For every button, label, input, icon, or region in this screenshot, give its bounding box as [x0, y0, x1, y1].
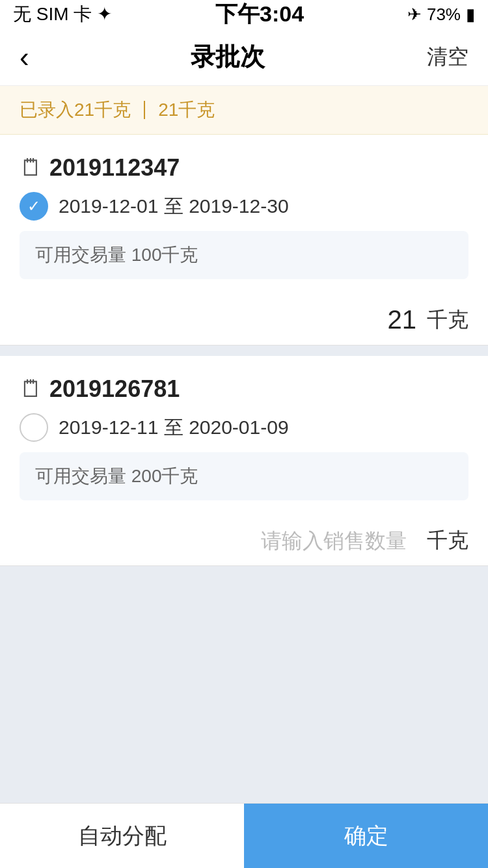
- qty-value-1: 21: [388, 305, 417, 334]
- info-divider: [144, 101, 145, 119]
- status-bar: 无 SIM 卡 ✦ 下午3:04 ✈ 73% ▮: [0, 0, 488, 29]
- batch-date-row-2: 2019-12-11 至 2020-01-09: [20, 413, 468, 442]
- batch-header-2: 🗒 2019126781: [20, 375, 468, 403]
- battery-text: 73%: [427, 5, 461, 25]
- batch-radio-1[interactable]: ✓: [20, 192, 48, 221]
- batch-card-1: 🗒 2019112347 ✓ 2019-12-01 至 2019-12-30 可…: [0, 135, 488, 346]
- batch-item-1: 🗒 2019112347 ✓ 2019-12-01 至 2019-12-30 可…: [0, 135, 488, 279]
- qty-input-2[interactable]: [221, 529, 416, 553]
- qty-row-1: 21 千克: [0, 295, 488, 346]
- status-bar-right: ✈ 73% ▮: [407, 5, 475, 25]
- confirm-button[interactable]: 确定: [244, 804, 488, 868]
- sim-signal-text: 无 SIM 卡 ✦: [13, 2, 112, 27]
- input-row-2[interactable]: 千克: [0, 516, 488, 566]
- batch-radio-2[interactable]: [20, 413, 48, 442]
- batch-doc-icon-1: 🗒: [20, 154, 43, 182]
- status-bar-left: 无 SIM 卡 ✦: [13, 2, 112, 27]
- qty-unit-1: 千克: [427, 306, 468, 334]
- batch-header-1: 🗒 2019112347: [20, 154, 468, 182]
- clear-button[interactable]: 清空: [427, 43, 468, 72]
- content-area: 🗒 2019112347 ✓ 2019-12-01 至 2019-12-30 可…: [0, 135, 488, 868]
- batch-id-1: 2019112347: [49, 154, 180, 182]
- auto-distribute-button[interactable]: 自动分配: [0, 804, 244, 868]
- status-bar-time: 下午3:04: [215, 0, 304, 29]
- recorded-amount-label: 已录入21千克: [20, 98, 131, 122]
- footer: 自动分配 确定: [0, 803, 488, 868]
- check-icon-1: ✓: [27, 198, 40, 214]
- card-separator-1: [0, 346, 488, 356]
- battery-icon: ▮: [466, 5, 475, 25]
- batch-date-row-1: ✓ 2019-12-01 至 2019-12-30: [20, 192, 468, 221]
- nav-bar: ‹ 录批次 清空: [0, 29, 488, 86]
- recorded-amount-value: 21千克: [158, 98, 215, 122]
- available-qty-box-1: 可用交易量 100千克: [20, 231, 468, 279]
- batch-id-2: 2019126781: [49, 375, 180, 403]
- batch-doc-icon-2: 🗒: [20, 375, 43, 403]
- back-button[interactable]: ‹: [20, 43, 29, 72]
- input-unit-2: 千克: [427, 526, 468, 555]
- info-bar: 已录入21千克 21千克: [0, 86, 488, 135]
- batch-date-1: 2019-12-01 至 2019-12-30: [59, 193, 289, 220]
- batch-card-2: 🗒 2019126781 2019-12-11 至 2020-01-09 可用交…: [0, 356, 488, 566]
- page-title: 录批次: [191, 40, 265, 74]
- batch-date-2: 2019-12-11 至 2020-01-09: [59, 414, 289, 441]
- location-icon: ✈: [407, 5, 422, 25]
- available-qty-box-2: 可用交易量 200千克: [20, 452, 468, 500]
- batch-item-2: 🗒 2019126781 2019-12-11 至 2020-01-09 可用交…: [0, 356, 488, 500]
